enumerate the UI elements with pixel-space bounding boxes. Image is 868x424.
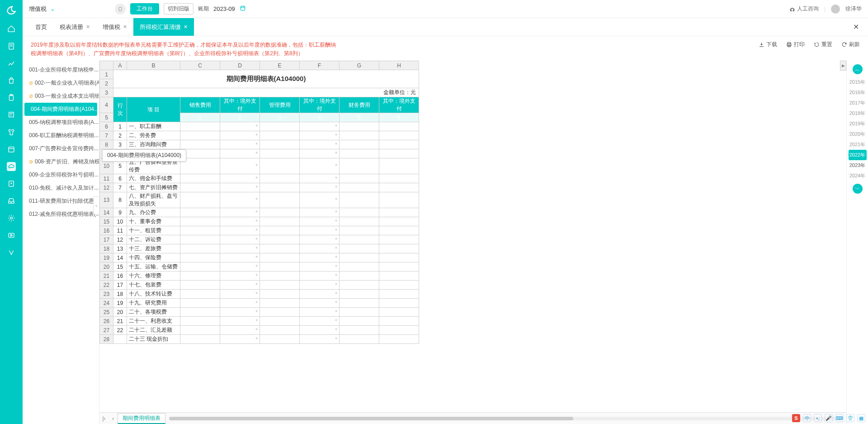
- horizontal-scrollbar[interactable]: [169, 416, 843, 421]
- data-cell[interactable]: *: [300, 208, 340, 217]
- data-cell[interactable]: [340, 253, 379, 262]
- data-cell[interactable]: [260, 244, 300, 253]
- user-name[interactable]: 徐泽华: [845, 5, 862, 13]
- close-icon[interactable]: ✕: [86, 24, 90, 30]
- ime-skin-icon[interactable]: 👕: [846, 414, 854, 422]
- calendar-icon[interactable]: [240, 5, 246, 13]
- nav-settings-icon[interactable]: [7, 214, 16, 223]
- data-cell[interactable]: *: [300, 244, 340, 253]
- tab[interactable]: 首页: [29, 18, 53, 36]
- data-cell[interactable]: [340, 244, 379, 253]
- nav-video-icon[interactable]: [7, 231, 16, 240]
- data-cell[interactable]: [340, 149, 379, 158]
- workbench-button[interactable]: 工作台: [130, 3, 159, 14]
- data-cell[interactable]: [340, 335, 379, 344]
- data-cell[interactable]: [379, 192, 419, 208]
- nav-doc-icon[interactable]: [7, 42, 16, 51]
- data-cell[interactable]: *: [220, 244, 260, 253]
- item-cell[interactable]: 二十、各项税费: [127, 308, 180, 317]
- data-cell[interactable]: *: [220, 122, 260, 131]
- year-button[interactable]: 2023年: [849, 160, 867, 171]
- data-cell[interactable]: *: [300, 192, 340, 208]
- expand-columns-button[interactable]: ▶: [840, 61, 846, 71]
- data-cell[interactable]: [180, 192, 220, 208]
- nav-calendar-icon[interactable]: [7, 145, 16, 154]
- data-cell[interactable]: *: [300, 174, 340, 183]
- ime-brand-icon[interactable]: S: [792, 414, 800, 422]
- data-cell[interactable]: [379, 140, 419, 149]
- data-cell[interactable]: [180, 183, 220, 192]
- item-cell[interactable]: 十四、保险费: [127, 253, 180, 262]
- data-cell[interactable]: *: [300, 290, 340, 299]
- nav-bookmark-icon[interactable]: [7, 110, 16, 119]
- data-cell[interactable]: *: [220, 158, 260, 174]
- nav-chart-icon[interactable]: [7, 59, 16, 68]
- data-cell[interactable]: [340, 317, 379, 326]
- report-item[interactable]: 011-研发费用加计扣除优惠...: [23, 195, 99, 208]
- report-item[interactable]: 004-期间费用明细表(A104...: [24, 103, 97, 116]
- year-button[interactable]: 2022年: [849, 150, 867, 160]
- data-cell[interactable]: [180, 272, 220, 281]
- item-cell[interactable]: 十八、技术转让费: [127, 290, 180, 299]
- item-cell[interactable]: 十九、研究费用: [127, 299, 180, 308]
- data-cell[interactable]: *: [220, 308, 260, 317]
- data-cell[interactable]: [379, 299, 419, 308]
- ime-punct-icon[interactable]: •,: [814, 414, 822, 422]
- data-cell[interactable]: *: [300, 262, 340, 272]
- data-cell[interactable]: *: [220, 290, 260, 299]
- data-cell[interactable]: [180, 174, 220, 183]
- data-cell[interactable]: [180, 122, 220, 131]
- data-cell[interactable]: [379, 208, 419, 217]
- data-cell[interactable]: [260, 272, 300, 281]
- report-item[interactable]: 005-纳税调整项目明细表(A...: [23, 116, 99, 129]
- note-icon[interactable]: [115, 4, 126, 14]
- data-cell[interactable]: [260, 140, 300, 149]
- data-cell[interactable]: *: [300, 299, 340, 308]
- data-cell[interactable]: [180, 131, 220, 140]
- report-item[interactable]: 010-免税、减计收入及加计...: [23, 181, 99, 195]
- data-cell[interactable]: [340, 308, 379, 317]
- user-avatar-icon[interactable]: [831, 5, 840, 14]
- data-cell[interactable]: *: [220, 262, 260, 272]
- report-item[interactable]: ⊘002-一般企业收入明细表(A...: [23, 76, 99, 90]
- nav-export-icon[interactable]: [7, 179, 16, 188]
- sheet-first-button[interactable]: |‹: [99, 415, 108, 422]
- ime-voice-icon[interactable]: 🎤: [825, 414, 833, 422]
- tab[interactable]: 税表清册✕: [53, 18, 96, 36]
- data-cell[interactable]: *: [300, 122, 340, 131]
- data-cell[interactable]: *: [300, 226, 340, 235]
- data-cell[interactable]: [340, 281, 379, 290]
- item-cell[interactable]: 十一、租赁费: [127, 226, 180, 235]
- nav-clipboard-icon[interactable]: [7, 93, 16, 102]
- data-cell[interactable]: *: [300, 158, 340, 174]
- report-item[interactable]: 007-广告费和业务宣传费跨...: [23, 142, 99, 155]
- year-button[interactable]: 2021年: [849, 139, 867, 150]
- nav-bag-icon[interactable]: [7, 76, 16, 85]
- data-cell[interactable]: *: [300, 149, 340, 158]
- data-cell[interactable]: [180, 326, 220, 335]
- ime-toolbox-icon[interactable]: ▦: [857, 414, 865, 422]
- data-cell[interactable]: [260, 183, 300, 192]
- year-button[interactable]: 2015年: [849, 77, 867, 87]
- close-tabs-button[interactable]: ✕: [850, 23, 862, 31]
- help-link[interactable]: 人工咨询: [789, 5, 819, 13]
- data-cell[interactable]: *: [300, 335, 340, 344]
- data-cell[interactable]: [260, 308, 300, 317]
- old-version-button[interactable]: 切到旧版: [164, 3, 193, 14]
- year-button[interactable]: 2018年: [849, 108, 867, 119]
- data-cell[interactable]: [260, 262, 300, 272]
- data-cell[interactable]: [379, 317, 419, 326]
- item-cell[interactable]: 十二、诉讼费: [127, 235, 180, 244]
- year-button[interactable]: 2020年: [849, 129, 867, 139]
- data-cell[interactable]: [379, 174, 419, 183]
- data-cell[interactable]: [260, 326, 300, 335]
- item-cell[interactable]: 十五、运输、仓储费: [127, 262, 180, 272]
- report-item[interactable]: 009-企业所得税弥补亏损明...: [23, 168, 99, 181]
- data-cell[interactable]: [379, 335, 419, 344]
- data-cell[interactable]: *: [220, 217, 260, 226]
- print-button[interactable]: 打印: [786, 41, 805, 48]
- data-cell[interactable]: *: [220, 299, 260, 308]
- data-cell[interactable]: [379, 131, 419, 140]
- data-cell[interactable]: [260, 226, 300, 235]
- data-cell[interactable]: [260, 174, 300, 183]
